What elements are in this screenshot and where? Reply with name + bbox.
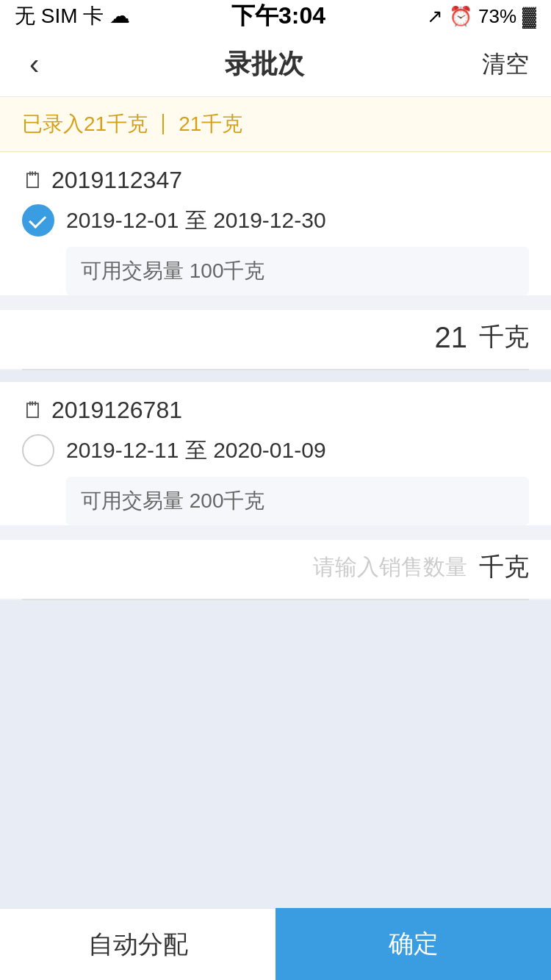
batch-1-input-row: 21 千克 [0,310,551,369]
batch-1-quantity-box: 可用交易量 100千克 [66,247,529,295]
batch-2-header: 🗒 2019126781 [22,397,529,424]
location-icon: ↗ [427,5,443,28]
batch-2-radio[interactable] [22,434,54,466]
batch-1-icon: 🗒 [22,168,44,193]
status-time: 下午3:04 [231,0,325,32]
status-left: 无 SIM 卡 ☁ [15,2,130,30]
batch-2-input-placeholder[interactable]: 请输入销售数量 [313,552,467,583]
batch-2-input-row: 请输入销售数量 千克 [0,540,551,599]
batch-1-date: 2019-12-01 至 2019-12-30 [66,206,326,236]
section-separator-1 [0,370,551,382]
page-title: 录批次 [225,46,304,82]
batch-2-quantity-text: 可用交易量 200千克 [81,489,265,512]
confirm-button[interactable]: 确定 [276,908,551,980]
batch-2-date: 2019-12-11 至 2020-01-09 [66,436,326,466]
batch-item-1: 🗒 2019112347 2019-12-01 至 2019-12-30 可用交… [0,152,551,295]
recorded-amount: 已录入21千克 [22,110,148,138]
batch-1-unit: 千克 [479,320,529,354]
batch-item-2: 🗒 2019126781 2019-12-11 至 2020-01-09 可用交… [0,382,551,525]
batch-1-date-row: 2019-12-01 至 2019-12-30 [22,204,529,237]
battery-icon: ▓ [522,5,536,28]
batch-1-header: 🗒 2019112347 [22,167,529,194]
no-sim-text: 无 SIM 卡 ☁ [15,2,130,30]
footer: 自动分配 确定 [0,908,551,980]
total-amount: 21千克 [179,110,242,138]
status-bar: 无 SIM 卡 ☁ 下午3:04 ↗ ⏰ 73% ▓ [0,0,551,32]
battery-text: 73% [478,5,516,28]
batch-2-date-row: 2019-12-11 至 2020-01-09 [22,434,529,466]
clear-button[interactable]: 清空 [482,48,529,81]
info-divider [162,114,164,134]
batch-2-id: 2019126781 [51,397,182,424]
nav-bar: ‹ 录批次 清空 [0,32,551,97]
batch-2-unit: 千克 [479,550,529,584]
batch-1-id: 2019112347 [51,167,182,194]
batch-2-icon: 🗒 [22,398,44,423]
info-banner: 已录入21千克 21千克 [0,97,551,152]
batch-1-radio[interactable] [22,204,54,237]
auto-distribute-button[interactable]: 自动分配 [0,908,276,980]
back-button[interactable]: ‹ [22,40,46,88]
batch-2-quantity-box: 可用交易量 200千克 [66,477,529,525]
batch-1-input-value[interactable]: 21 [435,321,468,354]
batch-1-quantity-text: 可用交易量 100千克 [81,259,265,282]
status-right: ↗ ⏰ 73% ▓ [427,5,536,28]
alarm-icon: ⏰ [449,5,472,28]
